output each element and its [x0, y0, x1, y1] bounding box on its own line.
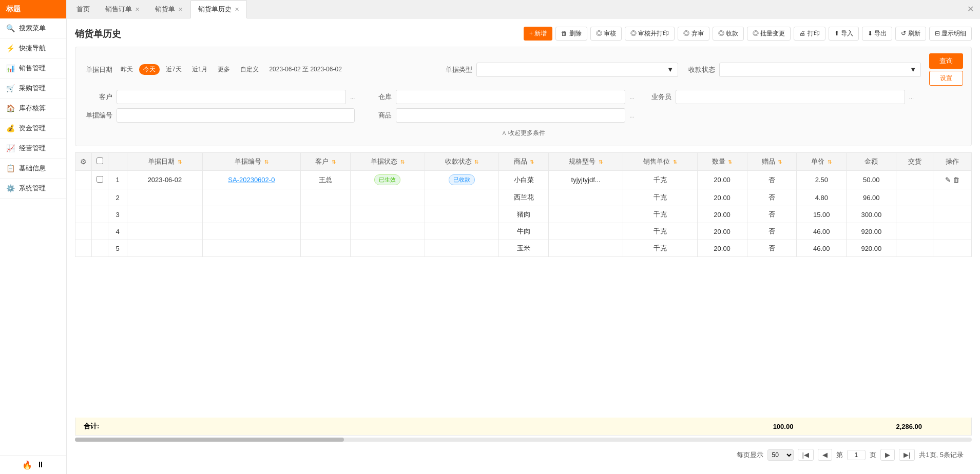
sidebar-footer: 🔥 ⏸	[0, 456, 66, 474]
review-button[interactable]: ◎ 审核	[590, 27, 622, 41]
new-button[interactable]: + 新增	[524, 27, 552, 41]
warehouse-input[interactable]	[396, 90, 625, 104]
th-pay-status[interactable]: 收款状态 ⇅	[425, 153, 499, 171]
refresh-button[interactable]: ↺ 刷新	[895, 27, 926, 41]
customer-more-icon[interactable]: ...	[350, 94, 355, 100]
pause-icon[interactable]: ⏸	[36, 460, 45, 470]
date-chip-custom[interactable]: 自定义	[236, 64, 263, 75]
fire-icon[interactable]: 🔥	[22, 460, 32, 470]
customer-input[interactable]	[117, 90, 346, 104]
cell-doc-no[interactable]	[202, 189, 301, 206]
cell-customer	[301, 206, 351, 223]
cell-actions[interactable]	[933, 206, 972, 223]
sidebar-item-finance[interactable]: 💰 资金管理	[0, 118, 66, 139]
th-doc-status[interactable]: 单据状态 ⇅	[350, 153, 425, 171]
sidebar-item-base-info[interactable]: 📋 基础信息	[0, 159, 66, 179]
query-button[interactable]: 查询	[929, 53, 963, 69]
warehouse-more-icon[interactable]: ...	[629, 94, 634, 100]
cell-actions[interactable]	[933, 189, 972, 206]
cell-actions[interactable]	[933, 223, 972, 240]
cell-checkbox[interactable]	[92, 189, 108, 206]
sidebar-item-operations[interactable]: 📈 经营管理	[0, 139, 66, 159]
tab-home[interactable]: 首页	[69, 0, 98, 18]
filter-settings-button[interactable]: 设置	[929, 71, 963, 86]
first-page-button[interactable]: |◀	[798, 449, 814, 461]
review-print-button[interactable]: ◎ 审核并打印	[625, 27, 675, 41]
th-unit[interactable]: 销售单位 ⇅	[623, 153, 697, 171]
cell-doc-no[interactable]	[202, 240, 301, 257]
table-settings-gear[interactable]: ⚙	[80, 157, 87, 166]
sidebar-item-purchase-mgmt[interactable]: 🛒 采购管理	[0, 78, 66, 98]
print-button[interactable]: 🖨 打印	[794, 27, 825, 41]
th-spec[interactable]: 规格型号 ⇅	[549, 153, 623, 171]
cell-doc-no[interactable]	[202, 206, 301, 223]
th-doc-date[interactable]: 单据日期 ⇅	[127, 153, 202, 171]
import-button[interactable]: ⬆ 导入	[829, 27, 859, 41]
sidebar-item-sales-mgmt[interactable]: 📊 销售管理	[0, 58, 66, 78]
sidebar-item-quick-nav[interactable]: ⚡ 快捷导航	[0, 38, 66, 58]
horizontal-scrollbar[interactable]	[75, 438, 972, 442]
page-suffix-label: 页	[870, 450, 876, 460]
batch-change-button[interactable]: ◎ 批量变更	[747, 27, 791, 41]
goods-more-icon[interactable]: ...	[629, 112, 634, 118]
docno-input[interactable]	[117, 108, 355, 123]
goods-input[interactable]	[396, 108, 625, 123]
doc-type-select[interactable]: ▼	[476, 63, 678, 77]
sidebar-item-sys-mgmt[interactable]: ⚙️ 系统管理	[0, 179, 66, 199]
date-chip-7days[interactable]: 近7天	[162, 64, 186, 75]
window-close-button[interactable]: ✕	[963, 2, 978, 16]
page-number-input[interactable]	[847, 450, 866, 460]
tab-sales-order[interactable]: 销售订单 ✕	[98, 0, 147, 18]
cell-customer	[301, 240, 351, 257]
cell-quantity: 20.00	[697, 189, 747, 206]
th-goods[interactable]: 商品 ⇅	[499, 153, 549, 171]
cell-spec: tyjyjtyjdf...	[549, 171, 623, 189]
date-chip-1month[interactable]: 近1月	[188, 64, 212, 75]
date-chip-yesterday[interactable]: 昨天	[117, 64, 137, 75]
th-quantity[interactable]: 数量 ⇅	[697, 153, 747, 171]
sidebar-item-inventory[interactable]: 🏠 库存核算	[0, 98, 66, 118]
cell-unit: 千克	[623, 189, 697, 206]
abandon-button[interactable]: ◎ 弃审	[678, 27, 709, 41]
cell-doc-status: 已生效	[350, 171, 425, 189]
cell-actions[interactable]: ✎ 🗑	[933, 171, 972, 189]
date-chip-today[interactable]: 今天	[139, 64, 160, 75]
th-customer[interactable]: 客户 ⇅	[301, 153, 351, 171]
cell-doc-no[interactable]	[202, 223, 301, 240]
filter-row-1: 单据日期 昨天 今天 近7天 近1月 更多 自定义 2023-06-02 至 2…	[84, 53, 963, 86]
cell-checkbox[interactable]	[92, 171, 108, 189]
table-header-row: ⚙ 单据日期 ⇅ 单据编号 ⇅ 客户 ⇅ 单据状态 ⇅ 收款状态 ⇅ 商品 ⇅ …	[75, 153, 972, 171]
th-gift[interactable]: 赠品 ⇅	[747, 153, 797, 171]
tab-sales-history[interactable]: 销货单历史 ✕	[190, 1, 247, 18]
th-doc-no[interactable]: 单据编号 ⇅	[202, 153, 301, 171]
payment-status-select[interactable]: ▼	[719, 63, 921, 77]
sidebar-item-search-menu[interactable]: 🔍 搜索菜单	[0, 18, 66, 38]
collect-button[interactable]: ◎ 收款	[713, 27, 744, 41]
tab-sales-history-close[interactable]: ✕	[235, 6, 239, 13]
per-page-select[interactable]: 50 100 200	[767, 449, 794, 461]
salesperson-more-icon[interactable]: ...	[909, 94, 914, 100]
cell-actions[interactable]	[933, 240, 972, 257]
cell-doc-no[interactable]: SA-20230602-0	[202, 171, 301, 189]
collapse-button[interactable]: ∧ 收起更多条件	[499, 127, 547, 140]
tab-sales-order-close[interactable]: ✕	[135, 6, 140, 13]
export-button[interactable]: ⬇ 导出	[862, 27, 892, 41]
last-page-button[interactable]: ▶|	[899, 449, 915, 461]
doc-no-link[interactable]: SA-20230602-0	[228, 176, 275, 184]
tab-sales-goods-close[interactable]: ✕	[178, 6, 183, 13]
cell-gear	[75, 223, 92, 240]
select-all-checkbox[interactable]	[97, 157, 103, 164]
th-unit-price[interactable]: 单价 ⇅	[797, 153, 847, 171]
filter-salesperson-item: 业务员 ...	[643, 90, 914, 104]
cell-checkbox[interactable]	[92, 206, 108, 223]
cell-checkbox[interactable]	[92, 240, 108, 257]
tab-sales-goods[interactable]: 销货单 ✕	[147, 0, 190, 18]
date-chip-more[interactable]: 更多	[214, 64, 234, 75]
total-amount: 2,286.00	[896, 423, 922, 430]
prev-page-button[interactable]: ◀	[818, 449, 832, 461]
delete-button[interactable]: 🗑 删除	[555, 27, 587, 41]
next-page-button[interactable]: ▶	[880, 449, 895, 461]
salesperson-input[interactable]	[676, 90, 905, 104]
show-detail-button[interactable]: ⊟ 显示明细	[929, 27, 972, 41]
cell-checkbox[interactable]	[92, 223, 108, 240]
